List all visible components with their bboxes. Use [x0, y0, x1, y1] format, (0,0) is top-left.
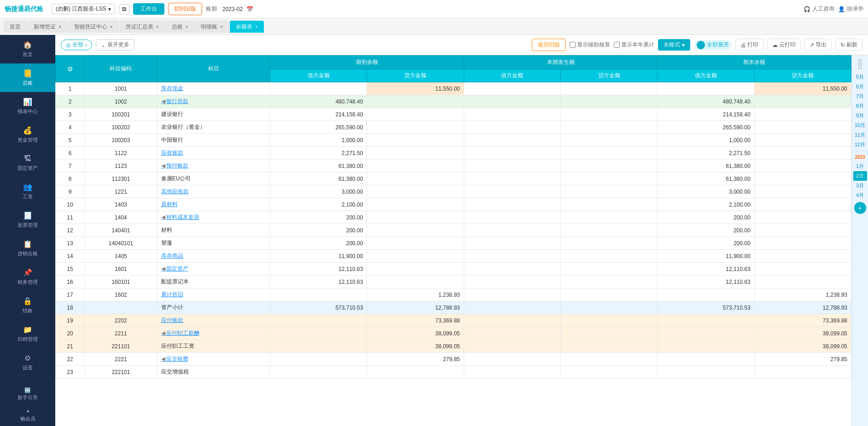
tab-close-balance[interactable]: × — [255, 24, 258, 29]
closing-debit — [658, 353, 754, 366]
row-name[interactable]: ◀固定资产 — [157, 263, 270, 276]
row-seq: 8 — [56, 173, 85, 185]
row-name[interactable]: 其他应收款 — [157, 185, 270, 198]
service-button[interactable]: 🎧 人工咨询 — [804, 5, 834, 13]
tab-close-add-voucher[interactable]: × — [58, 24, 61, 29]
sidebar-item-ledger[interactable]: 📒 总账 — [0, 63, 55, 92]
style-button[interactable]: 全账式 ▾ — [658, 39, 690, 51]
row-name[interactable]: 库存商品 — [157, 250, 270, 263]
sidebar-item-archive[interactable]: 📁 归档管理 — [0, 320, 55, 348]
expand-icon[interactable]: ◀ — [161, 330, 165, 336]
month-9[interactable]: 9月 — [853, 111, 867, 121]
sidebar-item-fixed[interactable]: 🏗 固定资产 — [0, 149, 55, 177]
row-seq: 11 — [56, 211, 85, 224]
row-name[interactable]: 应付账款 — [157, 314, 270, 327]
cloud-print-button[interactable]: ☁ 云打印 — [767, 39, 801, 51]
row-name[interactable]: ◀预付账款 — [157, 160, 270, 173]
sidebar-bottom-label-member: 畅会员 — [20, 415, 35, 422]
row-name[interactable]: 累计折旧 — [157, 288, 270, 301]
row-name[interactable]: ◀银行存款 — [157, 95, 270, 108]
month-2-active[interactable]: 2月 — [853, 171, 867, 181]
user-area[interactable]: 👤 徐泽华 — [838, 5, 863, 13]
tab-detail[interactable]: 明细账× — [195, 21, 229, 33]
sidebar-item-report[interactable]: 📊 报表中心 — [0, 92, 55, 121]
period-debit — [464, 340, 560, 353]
row-name[interactable]: 库存现金 — [157, 82, 270, 95]
row-name[interactable]: 原材料 — [157, 198, 270, 211]
year-total-check[interactable]: 显示本年累计 — [614, 41, 654, 49]
sidebar-bottom-guide[interactable]: 🆕 新手引导 — [0, 384, 55, 405]
month-7[interactable]: 7月 — [853, 92, 867, 101]
guide-icon: 🆕 — [24, 387, 31, 393]
expand-icon[interactable]: ◀ — [161, 214, 165, 220]
tab-close-voucher-summary[interactable]: × — [156, 24, 159, 29]
settings-icon[interactable]: ⚙ — [67, 65, 73, 73]
tab-voucher-summary[interactable]: 凭证汇总表× — [120, 21, 165, 33]
month-1[interactable]: 1月 — [853, 161, 867, 171]
switch-version-button[interactable]: 切到旧版 — [168, 3, 202, 15]
calendar-icon[interactable]: 📅 — [246, 6, 253, 12]
expand-icon[interactable]: ◀ — [161, 265, 165, 272]
sidebar-item-home[interactable]: 🏠 首页 — [0, 35, 55, 63]
expand-more-button[interactable]: ⌄ 展开更多 — [96, 39, 134, 51]
arrow-right-icon: › — [85, 42, 87, 48]
tab-smart-voucher[interactable]: 智能凭证中心× — [68, 21, 119, 33]
tab-close-smart-voucher[interactable]: × — [110, 24, 113, 29]
row-name[interactable]: 应收账款 — [157, 147, 270, 160]
opening-credit — [367, 366, 464, 379]
month-12[interactable]: 12月 — [853, 140, 867, 150]
sidebar: 🏠 首页 📒 总账 📊 报表中心 💰 资金管理 🏗 固定资产 👥 工资 🧾 发票… — [0, 35, 55, 426]
expand-icon[interactable]: ◀ — [161, 356, 165, 362]
month-3[interactable]: 3月 — [853, 181, 867, 190]
sidebar-item-invoice[interactable]: 🧾 发票管理 — [0, 206, 55, 234]
aux-accounting-checkbox[interactable] — [570, 42, 576, 48]
print-button[interactable]: 🖨 打印 — [735, 39, 763, 51]
sidebar-item-closing[interactable]: 🔒 结账 — [0, 291, 55, 320]
col-settings[interactable]: ⚙ — [56, 56, 85, 82]
sidebar-bottom-member[interactable]: ✦ 畅会员 — [0, 405, 55, 426]
row-seq: 5 — [56, 134, 85, 147]
export-button[interactable]: ↗ 导出 — [804, 39, 832, 51]
sidebar-item-settings[interactable]: ⚙ 设置 — [0, 348, 55, 377]
row-code: 100202 — [85, 121, 157, 134]
row-seq: 2 — [56, 95, 85, 108]
col-period-header: 本期发生额 — [464, 56, 658, 69]
sidebar-item-payroll[interactable]: 👥 工资 — [0, 177, 55, 206]
month-10[interactable]: 10月 — [853, 121, 867, 130]
row-seq: 17 — [56, 288, 85, 301]
month-11[interactable]: 11月 — [853, 130, 867, 140]
copy-button[interactable]: ⧉ — [119, 4, 129, 14]
year-total-checkbox[interactable] — [614, 42, 620, 48]
month-8[interactable]: 8月 — [853, 101, 867, 111]
tab-home[interactable]: 首页 — [4, 21, 27, 33]
row-seq: 20 — [56, 327, 85, 340]
tab-close-ledger[interactable]: × — [186, 24, 188, 29]
month-5[interactable]: 5月 — [853, 72, 867, 82]
sidebar-item-capital[interactable]: 💰 资金管理 — [0, 121, 55, 149]
refresh-button[interactable]: ↻ 刷新 — [835, 39, 862, 51]
row-name[interactable]: ◀应付职工薪酬 — [157, 327, 270, 340]
opening-debit: 480,748.40 — [270, 95, 367, 108]
tab-ledger[interactable]: 总账× — [166, 21, 194, 33]
tab-close-detail[interactable]: × — [220, 24, 223, 29]
row-code: 2221 — [85, 353, 157, 366]
tab-add-voucher[interactable]: 新增凭证× — [28, 21, 67, 33]
sidebar-item-tax[interactable]: 📌 税务管理 — [0, 263, 55, 291]
period-credit — [561, 198, 658, 211]
add-period-button[interactable]: + — [854, 202, 866, 214]
expand-all-toggle[interactable]: 全部展开 — [694, 40, 732, 50]
row-name[interactable]: ◀材料成本差异 — [157, 211, 270, 224]
row-name[interactable]: ◀应交税费 — [157, 353, 270, 366]
work-button[interactable]: 工作台 — [133, 3, 164, 15]
return-old-version-button[interactable]: 返回旧版 — [532, 39, 566, 51]
company-select[interactable]: (勿删) 江西股圣-LSS ▾ — [52, 4, 115, 14]
sidebar-item-purchase[interactable]: 📋 进销台账 — [0, 234, 55, 263]
company-name: (勿删) 江西股圣-LSS — [56, 5, 106, 13]
month-6[interactable]: 6月 — [853, 82, 867, 92]
expand-icon[interactable]: ◀ — [161, 162, 165, 169]
filter-all-button[interactable]: ◎ 全部 › — [61, 40, 92, 50]
tab-balance[interactable]: 余额表× — [230, 21, 264, 33]
expand-icon[interactable]: ◀ — [161, 98, 165, 104]
aux-accounting-check[interactable]: 显示辅助核算 — [570, 41, 610, 49]
month-4[interactable]: 4月 — [853, 190, 867, 200]
